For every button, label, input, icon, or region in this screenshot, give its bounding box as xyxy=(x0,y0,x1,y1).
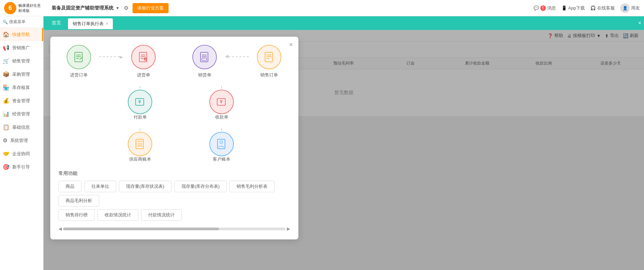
message-item[interactable]: 💬 5 消息 xyxy=(534,5,556,11)
flow-node-purchase-order: 进货订单 xyxy=(58,45,99,78)
common-functions: 常用功能 商品 往来单位 现存量(库存状况表) 现存量(库存分布表) 销售毛利分… xyxy=(58,170,290,221)
user-item[interactable]: 👤 用友 xyxy=(620,3,640,13)
flow-node-purchase-bill: ✓ 进货单 xyxy=(123,45,164,78)
purchase-bill-icon: ✓ xyxy=(131,45,156,69)
sidebar-label-purchase: 采购管理 xyxy=(12,71,30,77)
v-arrow-receipt: ↓ xyxy=(221,126,223,131)
main-area: 🔍 搜索菜单 🏠 快捷导航 📢 营销推广 🛒 销售管理 📦 采购管理 🏪 xyxy=(0,16,644,270)
sidebar-item-enterprise[interactable]: 🤝 企业协同 xyxy=(0,147,43,160)
scroll-area: ◀ ▶ xyxy=(58,226,290,231)
func-btn-stock-dist[interactable]: 现存量(库存分布表) xyxy=(174,181,227,192)
receipt-bill-label: 收款单 xyxy=(215,114,228,120)
sidebar-item-quick-nav[interactable]: 🏠 快捷导航 xyxy=(0,28,43,41)
tab-sales-order[interactable]: 销售订单执行表 × xyxy=(68,18,113,29)
trial-button[interactable]: 体验行业方案 xyxy=(133,3,169,13)
func-btn-receipt-stats[interactable]: 收款情况统计 xyxy=(98,209,138,221)
tab-home[interactable]: 首页 xyxy=(46,16,67,30)
payment-bill-group: ↓ ¥ 付款单 xyxy=(128,84,152,120)
search-icon: 🔍 xyxy=(3,20,8,24)
func-btn-sales-profit[interactable]: 销售毛利分析表 xyxy=(229,181,275,192)
app-container: 6 畅康通好生意 标准版 装备及固定资产辅助管理系统 ▼ ⚙ 体验行业方案 💬 … xyxy=(0,0,644,270)
sidebar-item-purchase[interactable]: 📦 采购管理 xyxy=(0,68,43,81)
sidebar-search[interactable]: 🔍 搜索菜单 xyxy=(0,16,43,28)
receipt-bill-icon: ¥ xyxy=(209,90,234,114)
function-buttons-row2: 销售排行榜 收款情况统计 付款情况统计 xyxy=(58,209,290,221)
online-service-item[interactable]: 🎧 在线客服 xyxy=(590,5,615,11)
sidebar: 🔍 搜索菜单 🏠 快捷导航 📢 营销推广 🛒 销售管理 📦 采购管理 🏪 xyxy=(0,16,43,270)
settings-icon[interactable]: ⚙ xyxy=(124,5,128,11)
sidebar-item-marketing[interactable]: 📢 营销推广 xyxy=(0,41,43,54)
system-icon: ⚙ xyxy=(3,137,7,144)
sales-order-label: 销售订单 xyxy=(260,72,278,78)
message-label: 消息 xyxy=(547,5,556,11)
customer-ledger-icon xyxy=(209,132,234,156)
svg-rect-13 xyxy=(202,58,207,60)
sidebar-label-enterprise: 企业协同 xyxy=(12,151,30,157)
sidebar-label-quick-nav: 快捷导航 xyxy=(12,32,30,38)
payment-bill-icon: ¥ xyxy=(128,90,152,114)
tab-bar-close-btn[interactable]: × xyxy=(638,20,641,26)
modal-close-btn[interactable]: × xyxy=(289,41,293,49)
purchase-icon: 📦 xyxy=(3,71,10,77)
arrow-sales-order-to-sales-bill: ▶ xyxy=(225,54,249,59)
sidebar-label-sales: 销售管理 xyxy=(12,58,30,64)
customer-ledger-group: ↓ 客户账本 xyxy=(209,126,234,162)
v-arrow-payment: ↓ xyxy=(139,126,141,131)
arrow-purchase-to-purchase-bill: ▶ xyxy=(99,54,123,59)
func-btn-sales-ranking[interactable]: 销售排行榜 xyxy=(58,209,95,221)
tab-close-icon[interactable]: × xyxy=(106,21,108,26)
svg-text:¥: ¥ xyxy=(138,99,141,104)
scroll-track[interactable] xyxy=(63,228,285,230)
avatar: 👤 xyxy=(620,3,630,13)
modal-overlay: × xyxy=(43,30,644,270)
scroll-left-btn[interactable]: ◀ xyxy=(58,226,62,231)
sidebar-label-basic-info: 基础信息 xyxy=(12,124,30,130)
logo-area: 6 畅康通好生意 标准版 xyxy=(4,2,48,14)
v-arrow-sales-bill: ↓ xyxy=(221,84,223,89)
func-btn-product-profit[interactable]: 商品毛利分析 xyxy=(58,195,99,206)
sidebar-item-sales[interactable]: 🛒 销售管理 xyxy=(0,54,43,68)
home-icon: 🏠 xyxy=(3,31,10,38)
sales-bill-icon xyxy=(192,45,217,69)
message-icon: 💬 xyxy=(534,5,539,11)
sidebar-label-guide: 新手引导 xyxy=(12,164,30,170)
enterprise-icon: 🤝 xyxy=(3,150,10,157)
common-functions-title: 常用功能 xyxy=(58,170,290,177)
sidebar-label-marketing: 营销推广 xyxy=(12,45,30,51)
content-area: 首页 销售订单执行表 × × ❓ 帮助 � xyxy=(43,16,644,270)
tab-sales-order-label: 销售订单执行表 xyxy=(73,21,104,27)
func-btn-payment-stats[interactable]: 付款情况统计 xyxy=(141,209,182,221)
func-btn-stock-status[interactable]: 现存量(库存状况表) xyxy=(119,181,172,192)
system-dropdown-btn[interactable]: ▼ xyxy=(116,6,120,11)
sidebar-item-inventory[interactable]: 🏪 库存核算 xyxy=(0,81,43,94)
sidebar-item-guide[interactable]: 🎯 新手引导 xyxy=(0,160,43,174)
sales-order-icon xyxy=(257,45,281,69)
payment-bill-label: 付款单 xyxy=(134,114,147,120)
sidebar-label-operations: 经营管理 xyxy=(12,111,30,117)
sidebar-item-finance[interactable]: 💰 资金管理 xyxy=(0,94,43,107)
flow-node-sales-bill: 销货单 xyxy=(184,45,225,78)
modal-dialog: × xyxy=(50,37,298,239)
func-btn-product[interactable]: 商品 xyxy=(58,181,82,192)
headset-icon: 🎧 xyxy=(590,5,596,11)
scroll-right-btn[interactable]: ▶ xyxy=(287,226,290,231)
app-download-item[interactable]: 📱 App下载 xyxy=(561,5,585,11)
flow-diagram: 进货订单 ▶ xyxy=(58,45,290,162)
message-badge: 5 xyxy=(540,5,546,11)
sales-icon: 🛒 xyxy=(3,58,10,64)
sidebar-item-operations[interactable]: 📊 经营管理 xyxy=(0,107,43,121)
finance-icon: 💰 xyxy=(3,97,10,104)
supplier-ledger-icon xyxy=(128,132,152,156)
supplier-ledger-group: ↓ xyxy=(128,126,152,162)
sidebar-label-inventory: 库存核算 xyxy=(12,85,30,91)
svg-rect-23 xyxy=(137,141,142,142)
username: 用友 xyxy=(631,5,640,11)
sidebar-item-system[interactable]: ⚙ 系统管理 xyxy=(0,134,43,147)
system-title: 装备及固定资产辅助管理系统 ▼ xyxy=(52,5,120,11)
svg-point-28 xyxy=(220,141,223,144)
logo-text: 畅康通好生意 标准版 xyxy=(18,3,41,13)
func-btn-partner[interactable]: 往来单位 xyxy=(84,181,116,192)
sidebar-item-basic-info[interactable]: 📋 基础信息 xyxy=(0,121,43,134)
supplier-ledger-label: 供应商账本 xyxy=(129,156,151,162)
svg-text:✓: ✓ xyxy=(144,58,147,61)
